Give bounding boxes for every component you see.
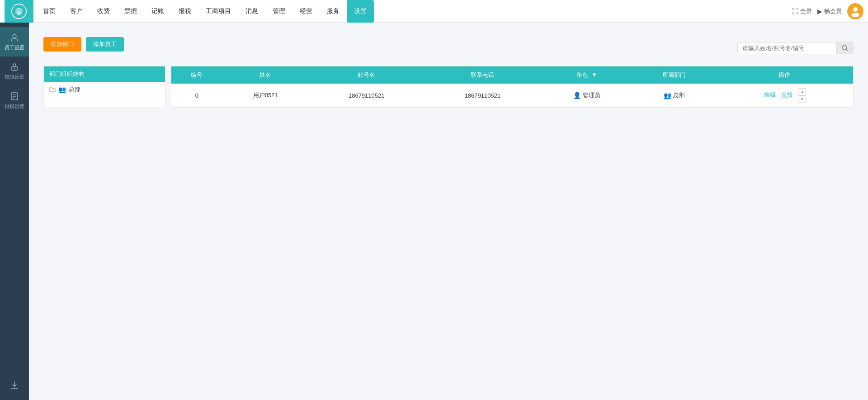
nav-bill[interactable]: 票据	[117, 0, 144, 23]
toolbar: 添加部门 添加员工	[43, 37, 854, 59]
nav-accounting[interactable]: 记账	[144, 0, 171, 23]
lock-icon	[9, 62, 19, 72]
role-badge: 👤 管理员	[544, 91, 629, 99]
fullscreen-label: 全屏	[800, 7, 812, 15]
member-label: 畅会员	[824, 7, 842, 15]
nav-tax[interactable]: 报税	[171, 0, 198, 23]
nav-settings[interactable]: 设置	[347, 0, 374, 23]
add-dept-button[interactable]: 添加部门	[43, 37, 81, 52]
sidebar-item-tax-settings[interactable]: 报税设置	[0, 86, 29, 115]
member-button[interactable]: ▶ 畅会员	[817, 7, 842, 15]
nav-items: 首页 客户 收费 票据 记账 报税 工商项目 消息 管理 经营 服务 设置	[36, 0, 792, 23]
search-icon	[841, 44, 849, 52]
filter-icon[interactable]: ▼	[591, 71, 597, 78]
sidebar-bottom	[7, 375, 22, 400]
col-actions: 操作	[716, 66, 853, 84]
dept-badge: 👥 总部	[637, 91, 712, 99]
dept-text: 总部	[673, 91, 685, 99]
col-name: 姓名	[222, 66, 309, 84]
data-table: 编号 姓名 账号名 联系电话 角色 ▼ 所属部门 操作	[171, 66, 853, 108]
fullscreen-icon: ⛶	[792, 8, 798, 15]
sidebar-label-permission: 权限设置	[5, 74, 24, 80]
scroll-up-button[interactable]: ▲	[798, 88, 806, 95]
cell-id: 0	[171, 84, 222, 108]
svg-point-3	[13, 34, 16, 38]
cell-name: 用户0521	[222, 84, 309, 108]
search-wrapper	[737, 42, 854, 54]
table-body: 0 用户0521 18679110521 18679110521 👤 管理员	[171, 84, 853, 108]
sidebar-item-permission[interactable]: 权限设置	[0, 56, 29, 86]
transfer-link[interactable]: 交接	[781, 91, 793, 98]
avatar[interactable]	[847, 3, 863, 19]
role-user-icon: 👤	[573, 92, 581, 99]
employee-table: 编号 姓名 账号名 联系电话 角色 ▼ 所属部门 操作	[171, 66, 854, 108]
nav-home[interactable]: 首页	[36, 0, 63, 23]
main-layout: 员工设置 权限设置 报税设置	[0, 23, 868, 400]
logo	[5, 0, 33, 23]
table-row: 0 用户0521 18679110521 18679110521 👤 管理员	[171, 84, 853, 108]
search-button[interactable]	[837, 42, 854, 54]
cell-dept: 👥 总部	[633, 84, 716, 108]
nav-operation[interactable]: 经营	[292, 0, 320, 23]
nav-business[interactable]: 工商项目	[198, 0, 238, 23]
scroll-controls: ▲ ▼	[798, 88, 806, 103]
cell-account: 18679110521	[308, 84, 425, 108]
search-input[interactable]	[737, 42, 837, 54]
col-phone: 联系电话	[425, 66, 541, 84]
download-icon	[9, 380, 19, 390]
sidebar-item-employee[interactable]: 员工设置	[0, 27, 29, 56]
nav-fee[interactable]: 收费	[90, 0, 117, 23]
dept-user-icon: 👥	[664, 92, 671, 99]
sidebar-download[interactable]	[7, 375, 22, 395]
add-employee-button[interactable]: 添加员工	[86, 37, 124, 52]
nav-service[interactable]: 服务	[320, 0, 347, 23]
edit-link[interactable]: 编辑	[764, 91, 776, 98]
dept-name-root: 总部	[69, 85, 80, 94]
table-header: 编号 姓名 账号名 联系电话 角色 ▼ 所属部门 操作	[171, 66, 853, 84]
sidebar-label-tax: 报税设置	[5, 103, 24, 110]
sidebar: 员工设置 权限设置 报税设置	[0, 23, 29, 400]
cell-phone: 18679110521	[425, 84, 541, 108]
role-text: 管理员	[583, 91, 600, 99]
svg-point-2	[851, 13, 859, 17]
dept-tree: 部门组织结构 👥 总部	[43, 66, 165, 108]
person-icon	[9, 33, 19, 42]
page-content: 添加部门 添加员工 部门组织结构	[36, 30, 861, 115]
nav-customer[interactable]: 客户	[63, 0, 90, 23]
content-area: 添加部门 添加员工 部门组织结构	[29, 23, 868, 400]
nav-right: ⛶ 全屏 ▶ 畅会员	[792, 3, 863, 19]
cell-actions: 编辑 交接 ▲ ▼	[716, 84, 853, 108]
col-account: 账号名	[308, 66, 425, 84]
svg-point-1	[853, 7, 858, 12]
action-buttons: 添加部门 添加员工	[43, 37, 124, 52]
video-icon: ▶	[817, 8, 822, 15]
dept-tree-header: 部门组织结构	[44, 66, 165, 82]
cell-role: 👤 管理员	[541, 84, 633, 108]
user-group-icon: 👥	[58, 86, 66, 93]
fullscreen-button[interactable]: ⛶ 全屏	[792, 7, 812, 15]
col-role: 角色 ▼	[541, 66, 633, 84]
nav-message[interactable]: 消息	[238, 0, 265, 23]
folder-icon	[49, 86, 56, 93]
top-navigation: 首页 客户 收费 票据 记账 报税 工商项目 消息 管理 经营 服务 设置 ⛶ …	[0, 0, 868, 23]
sidebar-label-employee: 员工设置	[5, 44, 24, 51]
table-section: 部门组织结构 👥 总部 编号	[43, 66, 854, 108]
col-id: 编号	[171, 66, 222, 84]
svg-point-5	[14, 68, 15, 69]
nav-manage[interactable]: 管理	[265, 0, 292, 23]
scroll-down-button[interactable]: ▼	[798, 95, 806, 103]
report-icon	[9, 91, 19, 101]
col-dept: 所属部门	[633, 66, 716, 84]
svg-line-12	[846, 49, 848, 51]
dept-tree-item-root[interactable]: 👥 总部	[44, 82, 165, 97]
